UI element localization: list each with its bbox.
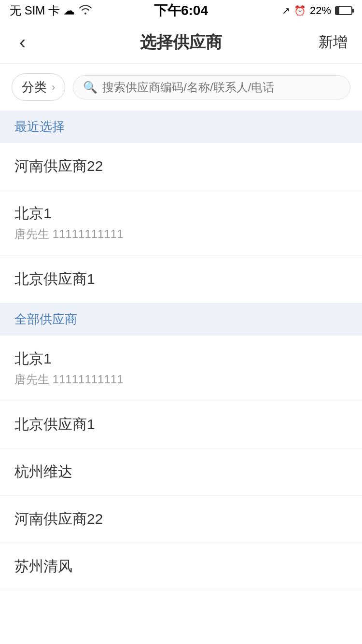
item-name: 苏州清风	[14, 557, 348, 576]
battery-icon	[335, 6, 352, 15]
list-item[interactable]: 苏州清风	[0, 543, 362, 590]
recent-section-label: 最近选择	[14, 119, 65, 134]
recent-section-header: 最近选择	[0, 111, 362, 143]
item-name: 北京1	[14, 349, 348, 369]
item-name: 北京1	[14, 204, 348, 224]
status-bar: 无 SIM 卡 ☁ 下午6:04 ↗ ⏰ 22%	[0, 0, 362, 21]
list-item[interactable]: 河南供应商22	[0, 496, 362, 543]
list-item[interactable]: 北京1唐先生 11111111111	[0, 336, 362, 401]
all-section-label: 全部供应商	[14, 312, 77, 326]
search-icon: 🔍	[83, 81, 97, 94]
category-label: 分类	[22, 79, 47, 96]
search-input[interactable]	[102, 81, 340, 94]
all-items-list: 北京1唐先生 11111111111北京供应商1杭州维达河南供应商22苏州清风	[0, 336, 362, 590]
alarm-icon: ⏰	[294, 5, 306, 16]
item-sub: 唐先生 11111111111	[14, 226, 348, 242]
wifi-icon	[79, 4, 92, 17]
list-item[interactable]: 北京1唐先生 11111111111	[0, 190, 362, 256]
nav-bar: ‹ 选择供应商 新增	[0, 21, 362, 64]
all-section-header: 全部供应商	[0, 303, 362, 336]
list-item[interactable]: 杭州维达	[0, 448, 362, 496]
add-new-button[interactable]: 新增	[319, 32, 348, 52]
status-right: ↗ ⏰ 22%	[282, 4, 352, 17]
category-chevron-icon: ›	[52, 81, 55, 94]
status-time: 下午6:04	[154, 1, 208, 20]
list-item[interactable]: 北京供应商1	[0, 401, 362, 448]
item-name: 河南供应商22	[14, 156, 348, 176]
back-button[interactable]: ‹	[14, 27, 30, 58]
list-item[interactable]: 北京供应商1	[0, 256, 362, 303]
search-box[interactable]: 🔍	[73, 75, 350, 99]
page-title: 选择供应商	[140, 31, 222, 54]
item-name: 北京供应商1	[14, 415, 348, 434]
no-sim-label: 无 SIM 卡 ☁	[10, 3, 75, 18]
list-item[interactable]: 河南供应商22	[0, 143, 362, 190]
status-left: 无 SIM 卡 ☁	[10, 3, 92, 18]
item-name: 北京供应商1	[14, 269, 348, 289]
item-name: 杭州维达	[14, 462, 348, 482]
category-filter-button[interactable]: 分类 ›	[12, 73, 65, 101]
battery-label: 22%	[310, 4, 331, 17]
item-sub: 唐先生 11111111111	[14, 372, 348, 387]
recent-items-list: 河南供应商22北京1唐先生 11111111111北京供应商1	[0, 143, 362, 303]
item-name: 河南供应商22	[14, 509, 348, 529]
gps-icon: ↗	[282, 5, 290, 16]
filter-bar: 分类 › 🔍	[0, 64, 362, 111]
